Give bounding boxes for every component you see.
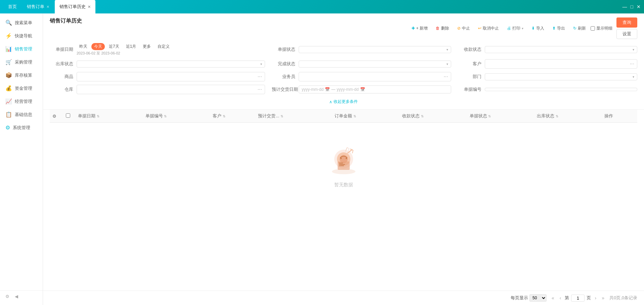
delivery-sort-icon[interactable]: ⇅ [281,114,283,118]
date-btn-custom[interactable]: 自定义 [155,43,172,50]
refresh-button[interactable]: ↻ 刷新 [570,24,589,33]
bill-status-control[interactable]: ▾ [299,46,451,53]
filter-bill-status: 单据状态 ▾ [272,46,451,53]
filter-row-3: 商品 ··· 业务员 ··· 部门 [50,72,637,81]
top-bar: 首页 销售订单 ✕ 销售订单历史 ✕ — □ ✕ [0,0,644,13]
payment-status-label: 收款状态 [458,46,485,52]
payment-sort-icon[interactable]: ⇅ [421,114,424,118]
payment-status-control[interactable]: ▾ [485,46,637,53]
print-dropdown-icon[interactable]: ▾ [522,27,523,30]
prev-page-btn[interactable]: ‹ [558,295,563,301]
customer-sort-icon[interactable]: ⇅ [223,114,225,118]
tab-home[interactable]: 首页 [3,0,22,13]
th-checkbox[interactable] [63,110,75,123]
tab-home-label: 首页 [8,4,17,10]
sidebar-collapse-icon[interactable]: ◀ [15,294,18,299]
filter-area: 单据日期 昨天 今天 近7天 近1月 更多 自定义 2023-06-02 [43,39,644,110]
page-nav: « ‹ 第 页 › » [550,295,606,302]
customer-control[interactable]: ··· [485,59,637,69]
customer-dots: ··· [630,61,634,67]
date-label: 单据日期 [50,46,77,52]
show-detail-checkbox[interactable] [591,26,595,31]
delivery-date-end: yyyy-mm-dd [337,87,358,92]
window-min-btn[interactable]: — [622,4,627,9]
svg-point-5 [346,158,347,159]
export-button[interactable]: ⬆ 导出 [549,24,568,33]
department-control[interactable]: ▾ [485,73,637,80]
empty-text: 暂无数据 [334,182,353,188]
import-button[interactable]: ⬇ 导入 [528,24,548,33]
amount-sort-icon[interactable]: ⇅ [353,114,356,118]
inventory-calc-icon: 📦 [5,72,12,78]
tab-sales-order-history[interactable]: 销售订单历史 ✕ [55,0,95,13]
th-payment-status: 收款状态 ⇅ [399,110,467,123]
number-sort-icon[interactable]: ⇅ [164,114,167,118]
settings-button[interactable]: 设置 [616,29,637,39]
outstock-status-control[interactable]: ▾ [77,61,265,68]
sidebar-item-sales-mgmt-label: 销售管理 [15,46,32,52]
window-close-btn[interactable]: ✕ [637,4,641,9]
tab-sales-order-history-close[interactable]: ✕ [88,5,91,9]
page-input[interactable] [571,295,585,302]
collapse-row[interactable]: ∧ 收起更多条件 [50,98,637,107]
select-all-checkbox[interactable] [66,113,70,118]
complete-status-arrow: ▾ [446,62,448,66]
cancel-stop-icon: ↩ [478,26,481,31]
bill-sort-icon[interactable]: ⇅ [488,114,491,118]
warehouse-control[interactable]: ··· [77,85,265,94]
date-btn-yesterday[interactable]: 昨天 [77,43,90,50]
sidebar-item-purchase-mgmt[interactable]: 🛒 采购管理 [0,55,43,69]
sidebar-item-quick-nav[interactable]: ⚡ 快捷导航 [0,29,43,42]
filter-row-1: 单据日期 昨天 今天 近7天 近1月 更多 自定义 2023-06-02 [50,43,637,56]
calendar-start-icon[interactable]: 📅 [325,87,330,92]
cancel-stop-button[interactable]: ↩ 取消中止 [475,24,502,33]
filter-outstock-status: 出库状态 ▾ [50,61,265,68]
per-page-select[interactable]: 50 20 100 [529,294,547,302]
window-controls: — □ ✕ [622,4,641,9]
next-page-btn[interactable]: › [593,295,598,301]
page-label: 第 [565,295,569,301]
department-arrow: ▾ [633,75,634,79]
date-btn-today[interactable]: 今天 [91,43,105,50]
content-area: 销售订单历史 ✚ + 新增 🗑 删除 ⊘ 中止 ↩ 取消中止 [43,13,644,305]
sidebar-item-purchase-mgmt-label: 采购管理 [15,59,32,65]
date-btn-more[interactable]: 更多 [140,43,154,50]
calendar-end-icon[interactable]: 📅 [360,87,365,92]
filter-customer: 客户 ··· [458,59,637,69]
date-btn-1month[interactable]: 近1月 [123,43,139,50]
last-page-btn[interactable]: » [600,295,606,301]
table-header-row: ⚙ 单据日期 ⇅ 单据编号 ⇅ [50,110,637,123]
tab-sales-order-close[interactable]: ✕ [46,5,49,9]
sidebar-item-basic-info[interactable]: 📋 基础信息 [0,108,43,121]
complete-status-control[interactable]: ▾ [299,61,451,68]
sidebar-item-sales-mgmt[interactable]: 📊 销售管理 [0,42,43,55]
window-restore-btn[interactable]: □ [631,4,633,9]
bill-number-label: 单据编号 [458,86,485,92]
bill-number-control[interactable] [485,88,637,91]
empty-illustration [327,143,360,177]
product-control[interactable]: ··· [77,72,265,81]
sidebar-settings-icon[interactable]: ⚙ [5,294,9,299]
show-detail-check[interactable]: 显示明细 [591,26,612,31]
sidebar-item-search-menu[interactable]: 🔍 搜索菜单 [0,16,43,29]
sidebar-item-fund-mgmt[interactable]: 💰 资金管理 [0,82,43,95]
print-button[interactable]: 🖨 打印 ▾ [504,24,527,33]
date-sort-icon[interactable]: ⇅ [97,114,99,118]
salesperson-control[interactable]: ··· [299,72,451,81]
first-page-btn[interactable]: « [550,295,556,301]
query-button[interactable]: 查询 [616,17,637,28]
th-settings[interactable]: ⚙ [50,110,63,123]
new-button[interactable]: ✚ + 新增 [408,24,431,33]
date-btn-7days[interactable]: 近7天 [106,43,122,50]
outstock-sort-icon[interactable]: ⇅ [556,114,558,118]
sidebar-item-inventory-calc[interactable]: 📦 库存核算 [0,69,43,82]
tab-sales-order[interactable]: 销售订单 ✕ [22,0,54,13]
settings-gear-icon[interactable]: ⚙ [52,114,56,119]
delete-button[interactable]: 🗑 删除 [432,24,453,33]
stop-button[interactable]: ⊘ 中止 [454,24,473,33]
sidebar-item-ops-mgmt[interactable]: 📈 经营管理 [0,95,43,108]
bill-status-arrow: ▾ [446,48,448,51]
delivery-date-control[interactable]: yyyy-mm-dd 📅 — yyyy-mm-dd 📅 [299,85,451,93]
sidebar-item-sys-mgmt[interactable]: ⚙ 系统管理 [0,121,43,134]
sidebar: 🔍 搜索菜单 ⚡ 快捷导航 📊 销售管理 🛒 采购管理 📦 库存核算 💰 资金管… [0,13,43,305]
